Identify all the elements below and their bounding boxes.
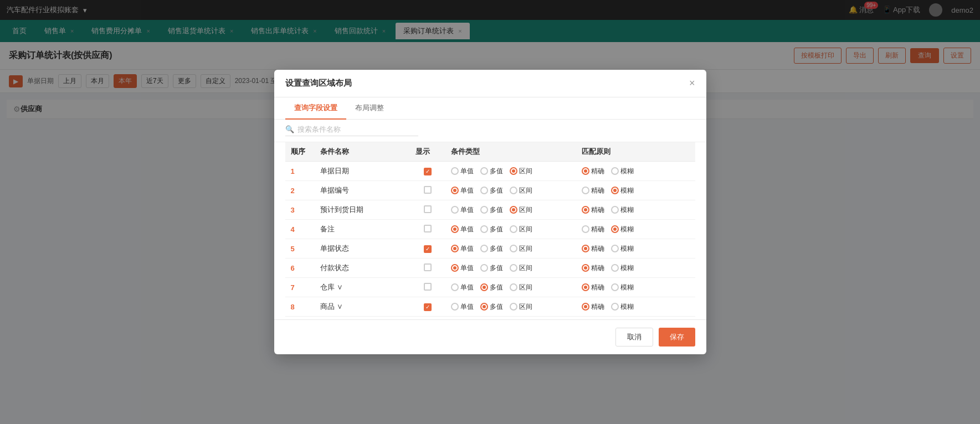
- modal-search-input[interactable]: [297, 125, 418, 126]
- modal-tabs: 查询字段设置 布局调整: [274, 97, 706, 120]
- modal-search-area: 🔍: [274, 120, 706, 126]
- modal-header: 设置查询区域布局 ×: [274, 70, 706, 97]
- modal-search-wrap: 🔍: [285, 125, 418, 126]
- search-icon: 🔍: [285, 125, 294, 126]
- modal-title: 设置查询区域布局: [285, 78, 352, 89]
- modal-tab-layout[interactable]: 布局调整: [346, 97, 393, 120]
- modal-close-btn[interactable]: ×: [689, 77, 695, 89]
- modal-tab-query-fields[interactable]: 查询字段设置: [285, 97, 346, 120]
- modal-dialog: 设置查询区域布局 × 查询字段设置 布局调整 🔍 顺序 条件名称 显示: [274, 70, 706, 126]
- modal-overlay: 设置查询区域布局 × 查询字段设置 布局调整 🔍 顺序 条件名称 显示: [0, 0, 980, 126]
